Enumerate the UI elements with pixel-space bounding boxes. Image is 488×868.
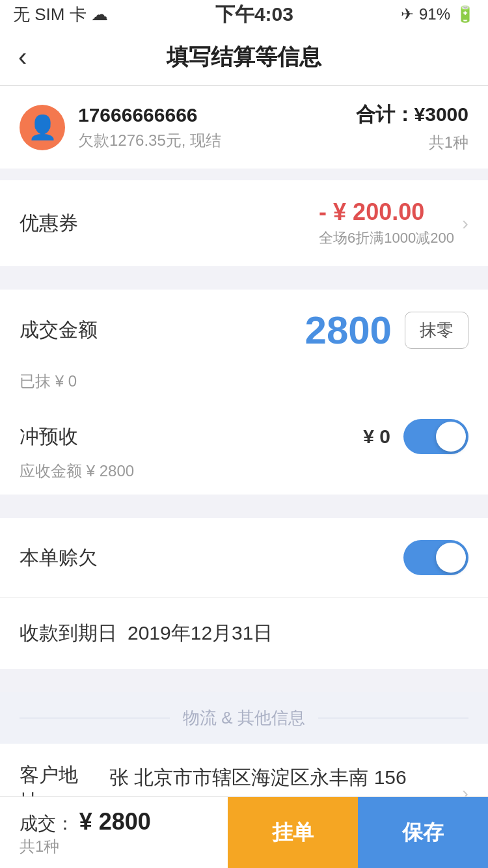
logistics-line-left	[20, 718, 170, 718]
battery-status: 91%	[419, 5, 450, 23]
section-divider-3	[0, 681, 488, 692]
status-bar: 无 SIM 卡 ☁ 下午4:03 ✈ 91% 🔋	[0, 0, 488, 29]
prepay-label: 冲预收	[20, 424, 363, 450]
prepay-toggle[interactable]	[403, 419, 468, 454]
status-left: 无 SIM 卡 ☁	[13, 3, 108, 26]
status-right: ✈ 91% 🔋	[401, 5, 475, 23]
debt-section: 本单赊欠 收款到期日 2019年12月31日	[0, 518, 488, 669]
due-date: 2019年12月31日	[128, 620, 273, 647]
logistics-line-right	[318, 718, 468, 718]
battery-icon: 🔋	[455, 5, 475, 23]
debt-row: 本单赊欠	[0, 518, 488, 597]
section-divider-1	[0, 278, 488, 290]
prepay-amount-wrap: ¥ 0	[363, 426, 390, 448]
customer-phone: 17666666666	[78, 104, 356, 126]
bottom-bar: 成交： ¥ 2800 共1种 挂单 保存	[0, 796, 488, 868]
debt-label: 本单赊欠	[20, 545, 403, 571]
deal-amount-value: 2800	[305, 308, 392, 353]
bottom-deal-amount: ¥ 2800	[79, 808, 151, 835]
customer-sub: 欠款1276.35元, 现结	[78, 130, 356, 151]
nav-bar: ‹ 填写结算等信息	[0, 29, 488, 86]
user-icon: 👤	[28, 114, 57, 141]
sim-status: 无 SIM 卡 ☁	[13, 3, 108, 26]
coupon-section: 优惠券 - ¥ 200.00 全场6折满1000减200 ›	[0, 180, 488, 266]
customer-section: 👤 17666666666 欠款1276.35元, 现结 合计：¥3000 共1…	[0, 86, 488, 169]
total-amount: 合计：¥3000	[356, 102, 468, 128]
deal-label: 成交金额	[20, 317, 305, 344]
prepay-sub: 应收金额 ¥ 2800	[0, 461, 488, 495]
bottom-summary: 成交： ¥ 2800 共1种	[0, 808, 228, 857]
prepay-right: ¥ 0	[363, 419, 468, 454]
prepay-amount: ¥ 0	[363, 426, 390, 448]
due-label: 收款到期日	[20, 620, 117, 647]
bottom-count: 共1种	[20, 836, 208, 857]
bottom-deal-line: 成交： ¥ 2800	[20, 808, 208, 836]
bottom-deal-label: 成交：	[20, 813, 74, 834]
coupon-row[interactable]: 优惠券 - ¥ 200.00 全场6折满1000减200 ›	[0, 180, 488, 266]
due-row: 收款到期日 2019年12月31日	[0, 597, 488, 669]
location-icon: ✈	[401, 5, 414, 23]
coupon-right: - ¥ 200.00 全场6折满1000减200 ›	[319, 198, 468, 248]
round-button[interactable]: 抹零	[405, 312, 468, 349]
hold-button[interactable]: 挂单	[228, 797, 358, 869]
coupon-label: 优惠券	[20, 210, 78, 237]
coupon-amount: - ¥ 200.00	[319, 198, 454, 226]
coupon-desc: 全场6折满1000减200	[319, 228, 454, 248]
back-button[interactable]: ‹	[18, 42, 27, 72]
customer-info: 17666666666 欠款1276.35元, 现结	[78, 104, 356, 151]
save-button[interactable]: 保存	[358, 797, 488, 869]
status-time: 下午4:03	[215, 1, 293, 28]
page-title: 填写结算等信息	[167, 42, 321, 72]
section-divider-2	[0, 506, 488, 518]
logistics-text: 物流 & 其他信息	[170, 707, 318, 729]
logistics-divider: 物流 & 其他信息	[0, 692, 488, 744]
total-count: 共1种	[356, 132, 468, 153]
deal-row: 成交金额 2800 抹零	[0, 290, 488, 371]
customer-total: 合计：¥3000 共1种	[356, 102, 468, 153]
prepay-row: 冲预收 ¥ 0	[0, 405, 488, 461]
deal-value-wrap: 2800 抹零	[305, 308, 468, 353]
debt-toggle[interactable]	[403, 540, 468, 575]
chevron-right-icon: ›	[462, 212, 468, 234]
deal-section: 成交金额 2800 抹零 已抹 ¥ 0 冲预收 ¥ 0 应收金额 ¥ 2800	[0, 290, 488, 495]
avatar: 👤	[20, 105, 65, 150]
deal-sub: 已抹 ¥ 0	[0, 371, 488, 405]
customer-row: 👤 17666666666 欠款1276.35元, 现结 合计：¥3000 共1…	[0, 86, 488, 169]
